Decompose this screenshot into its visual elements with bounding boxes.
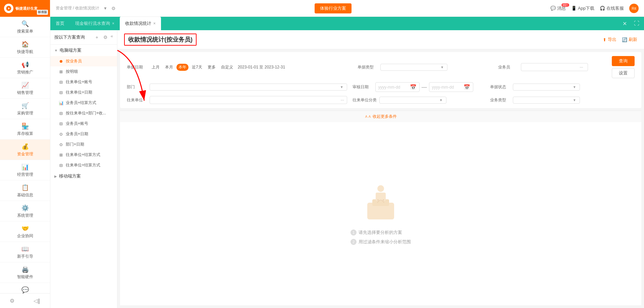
voucher-type-select[interactable]: ▼ (380, 64, 447, 71)
tab-receipt-stats-close[interactable]: × (153, 21, 156, 25)
industry-btn[interactable]: 体验行业方案 (315, 3, 352, 13)
sidebar-item-system[interactable]: ⚙️ 系统管理 (0, 201, 50, 221)
sidebar-item-enterprise-label: 企业协同 (17, 233, 33, 239)
partner-more-icon[interactable]: ··· (341, 98, 344, 102)
messages-btn[interactable]: 💬 消息 99+ (550, 5, 566, 11)
query-group-desktop-header[interactable]: ▼ 电脑端方案 (50, 45, 117, 56)
query-btn[interactable]: 查询 (612, 56, 635, 66)
sidebar-item-finance[interactable]: 💰 资金管理 (0, 140, 50, 160)
voucher-type-label: 单据类型 (358, 64, 378, 70)
dept-select[interactable]: ▼ (150, 84, 347, 91)
sidebar-item-sales[interactable]: 📈 销售管理 (0, 78, 50, 99)
voucher-status-select[interactable]: ▼ (513, 84, 580, 91)
sidebar-item-enterprise[interactable]: 🤝 企业协同 (0, 221, 50, 242)
query-group-mobile-header[interactable]: ▶ 移动端方案 (50, 170, 117, 182)
refresh-icon: 🔄 (622, 37, 627, 42)
sidebar-item-marketing[interactable]: 📢 营销推广 (0, 58, 50, 78)
collapse-sidebar-btn[interactable]: ◁‖ (31, 296, 43, 305)
query-item-by-salesman[interactable]: 按业务员 (50, 56, 117, 66)
sidebar-item-wechat[interactable]: 💬 企业微信 (0, 283, 50, 293)
date-btn-more[interactable]: 更多 (206, 64, 218, 71)
sidebar-item-operation[interactable]: 📊 经营管理 (0, 160, 50, 181)
sidebar-item-finance-label: 资金管理 (17, 151, 33, 157)
query-item-salesman-account[interactable]: ⊟ 业务员+账号 (50, 118, 117, 129)
query-item-partner-date[interactable]: ⊟ 往来单位+日期 (50, 87, 117, 98)
purchase-icon: 🛒 (21, 102, 29, 109)
date-btn-this-month[interactable]: 本月 (163, 64, 175, 71)
query-item-salesman-date[interactable]: ⊙ 业务员+日期 (50, 129, 117, 139)
export-btn[interactable]: ⬆ 导出 (603, 37, 616, 43)
voucher-status-label: 单据状态 (490, 84, 510, 90)
page-title-actions: ⬆ 导出 🔄 刷新 (603, 37, 637, 43)
partner-dept-icon: ⊟ (58, 111, 64, 116)
scheme-settings-btn[interactable]: ⚙ (102, 34, 109, 41)
header-settings-icon[interactable]: ⚙ (111, 6, 116, 11)
salesman-more-icon[interactable]: ··· (580, 65, 583, 69)
query-item-partner-settle2[interactable]: ⊟ 往来单位+结算方式 (50, 160, 117, 170)
tab-bank-flow-close[interactable]: × (112, 21, 114, 25)
date-btn-custom[interactable]: 自定义 (219, 64, 235, 71)
right-content: 收款情况统计(按业务员) ⬆ 导出 🔄 刷新 (117, 30, 644, 308)
date-btn-7days[interactable]: 近7天 (190, 64, 204, 71)
query-item-partner-dept[interactable]: ⊟ 按往来单位+部门+收... (50, 108, 117, 118)
salesman-group: 业务员 ··· (498, 63, 606, 71)
app-download-btn[interactable]: 📱 App下载 (571, 5, 594, 11)
basic-icon: 📋 (21, 184, 29, 191)
setting-btn[interactable]: 设置 (612, 68, 635, 78)
query-item-dept-date-label: 部门+日期 (66, 142, 84, 147)
tab-bank-flow[interactable]: 现金银行流水查询 × (70, 17, 120, 30)
tab-home[interactable]: 首页 (50, 17, 70, 30)
panel-collapse-btn[interactable]: « (111, 34, 113, 41)
query-item-partner-account[interactable]: ⊟ 往来单位+账号 (50, 77, 117, 87)
sidebar-item-hardware[interactable]: 🖨️ 智能硬件 (0, 262, 50, 283)
online-service-btn[interactable]: 🎧 在线客服 (600, 5, 624, 11)
sidebar-item-quicknav[interactable]: 🏠 快捷导航 (0, 37, 50, 58)
refresh-btn[interactable]: 🔄 刷新 (622, 37, 637, 43)
business-type-select[interactable]: ▼ (513, 97, 580, 104)
audit-date-end-input[interactable]: yyyy-mm-dd (432, 85, 462, 90)
sidebar-item-guide-label: 新手引导 (17, 254, 33, 259)
tab-maximize-btn[interactable]: ⛶ (632, 19, 641, 28)
svg-point-3 (377, 185, 384, 192)
salesman-settlement-icon: 📊 (58, 100, 64, 106)
query-panel-header: 按以下方案查询 + ⚙ « (50, 30, 117, 45)
sidebar-item-inventory[interactable]: 🏪 库存核算 (0, 119, 50, 140)
add-scheme-btn[interactable]: + (93, 34, 101, 41)
partner-category-label: 往来单位分类 (353, 97, 377, 103)
query-item-dept-date[interactable]: ⊙ 部门+日期 (50, 139, 117, 150)
query-item-salesman-account-label: 业务员+账号 (66, 121, 88, 126)
sidebar-item-purchase[interactable]: 🛒 采购管理 (0, 99, 50, 119)
filter-row-1: 单据日期 上月 本月 本年 近7天 更多 自定义 2023-01-01 至 20… (127, 56, 635, 78)
partner-input[interactable]: ··· (150, 96, 347, 104)
partner-date-icon: ⊟ (58, 90, 64, 95)
salesman-account-icon: ⊟ (58, 121, 64, 126)
sidebar-item-guide[interactable]: 📖 新手引导 (0, 242, 50, 262)
tab-receipt-stats[interactable]: 收款情况统计 × (120, 17, 161, 30)
partner-category-select[interactable]: ▼ (379, 97, 446, 104)
salesman-select[interactable]: ··· (521, 63, 588, 71)
voucher-type-group: 单据类型 ▼ (358, 64, 493, 71)
sidebar-item-marketing-label: 营销推广 (17, 69, 33, 75)
tab-close-all-btn[interactable]: ✕ (620, 19, 629, 28)
audit-date-start[interactable]: yyyy-mm-dd 📅 (375, 82, 420, 92)
date-btn-this-year[interactable]: 本年 (176, 64, 189, 71)
query-item-salesman-settlement[interactable]: 📊 业务员+结算方式 (50, 98, 117, 108)
user-name[interactable]: Rit (629, 4, 639, 13)
audit-date-end[interactable]: yyyy-mm-dd 📅 (429, 82, 473, 92)
collapse-bar[interactable]: ∧∧ 收起更多条件 (120, 111, 641, 122)
query-item-salesman-label: 按业务员 (66, 58, 82, 64)
sidebar-item-basic[interactable]: 📋 基础信息 (0, 181, 50, 201)
sidebar-item-search[interactable]: 🔍 搜索菜单 (0, 17, 50, 37)
query-item-detail[interactable]: ⊞ 按明细 (50, 66, 117, 77)
tab-bank-flow-label: 现金银行流水查询 (75, 20, 110, 27)
query-item-partner-settle1[interactable]: ⊞ 往来单位+结算方式 (50, 150, 117, 160)
date-btn-last-month[interactable]: 上月 (150, 64, 162, 71)
settings-btn[interactable]: ⚙ (7, 296, 17, 305)
tab-bar: 首页 现金银行流水查询 × 收款情况统计 × ✕ ⛶ (50, 17, 644, 30)
audit-date-start-input[interactable]: yyyy-mm-dd (378, 85, 409, 90)
partner-group: 往来单位 ··· (127, 96, 347, 104)
online-service-label: 在线客服 (606, 5, 624, 11)
export-icon: ⬆ (603, 37, 606, 42)
header-dropdown-icon[interactable]: ▼ (103, 6, 107, 11)
sidebar-item-sales-label: 销售管理 (17, 90, 33, 96)
